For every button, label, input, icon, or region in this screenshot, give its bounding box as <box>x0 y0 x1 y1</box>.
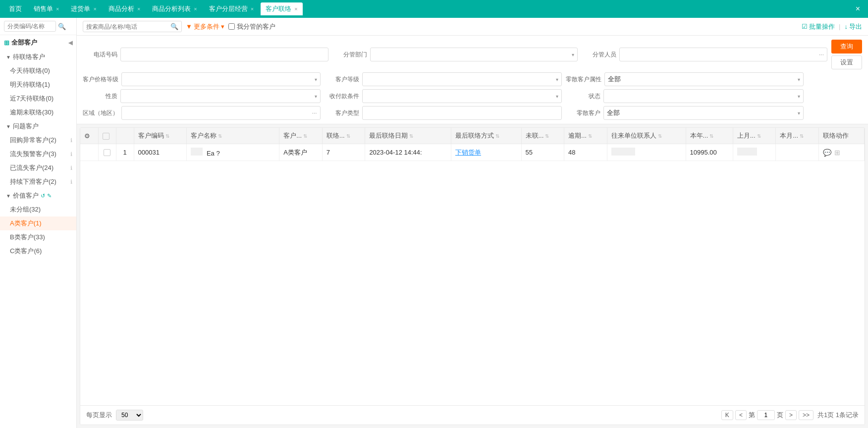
top-close-button[interactable]: × <box>852 4 864 13</box>
close-icon[interactable]: × <box>137 6 140 12</box>
sidebar-item-tomorrow[interactable]: 明天待联络(1) <box>0 78 76 92</box>
search-input[interactable] <box>86 23 170 30</box>
td-last-method[interactable]: 下销货单 <box>451 144 521 161</box>
sidebar-item-class-c[interactable]: C类客户(6) <box>0 244 76 258</box>
scroll-area[interactable]: ⚙ 客户编码 ⇅ <box>80 128 865 405</box>
sidebar-search-button[interactable]: 🔍 <box>58 23 66 30</box>
filter-label-phone: 电话号码 <box>83 51 117 59</box>
filter-row-2: 客户价格等级 ▾ 客户等级 ▾ 零散客户属性 <box>83 72 862 86</box>
page-number-input[interactable] <box>757 410 775 420</box>
sidebar-item-class-b[interactable]: B类客户(33) <box>0 230 76 244</box>
sidebar-group-value[interactable]: ▼ 价值客户 ↺ ✎ <box>0 189 76 203</box>
filter-select-payment[interactable]: ▾ <box>362 89 562 103</box>
filter-label-nature: 性质 <box>83 92 117 101</box>
settings-button[interactable]: 设置 <box>831 55 862 69</box>
th-this-year[interactable]: 本年... ⇅ <box>686 128 733 144</box>
filter-input-customer-type[interactable] <box>362 106 562 120</box>
filter-select-retail[interactable]: 全部 ▾ <box>603 106 804 120</box>
th-this-month[interactable]: 本月... ⇅ <box>776 128 819 144</box>
close-icon[interactable]: × <box>194 6 197 12</box>
td-last-date: 2023-04-12 14:44: <box>365 144 451 161</box>
sidebar-item-7days[interactable]: 近7天待联络(0) <box>0 92 76 106</box>
filter-dept: 分管部门 ▾ <box>332 48 578 61</box>
th-unit-contact[interactable]: 往来单位联系人 ⇅ <box>607 128 686 144</box>
page-nav: K < 第 页 > >> <box>721 410 814 420</box>
filter-select-nature[interactable]: ▾ <box>120 89 321 103</box>
sidebar-item-ungrouped[interactable]: 未分组(32) <box>0 203 76 216</box>
nav-tab-analysis-list[interactable]: 商品分析列表 × <box>147 2 202 15</box>
message-icon[interactable]: 💬 <box>823 149 831 157</box>
sort-icon: ⇅ <box>588 133 592 139</box>
th-contact[interactable]: 联络... ⇅ <box>322 128 365 144</box>
filter-select-retail-attr[interactable]: 全部 ▾ <box>604 72 804 86</box>
th-last-method[interactable]: 最后联络方式 ⇅ <box>451 128 521 144</box>
nav-tab-purchase[interactable]: 进货单 × <box>66 2 101 15</box>
sidebar-search-input[interactable] <box>4 21 56 32</box>
th-gear[interactable]: ⚙ <box>80 128 98 144</box>
filter-select-price-grade[interactable]: ▾ <box>121 72 321 86</box>
page-size-select[interactable]: 50 100 <box>116 410 143 421</box>
filter-select-region[interactable]: ··· <box>121 106 321 120</box>
row-checkbox[interactable] <box>104 149 110 156</box>
td-unit-contact <box>607 144 686 161</box>
table-header-row: ⚙ 客户编码 ⇅ <box>80 128 865 144</box>
sidebar-item-churn-warning[interactable]: 流失预警客户(3) ℹ <box>0 147 76 161</box>
search-icon[interactable]: 🔍 <box>170 23 178 30</box>
export-button[interactable]: ↓ 导出 <box>845 22 863 31</box>
filter-select-status[interactable]: ▾ <box>603 89 804 103</box>
last-method-link[interactable]: 下销货单 <box>455 149 481 156</box>
close-icon[interactable]: × <box>56 6 59 12</box>
filter-select-dept[interactable]: ▾ <box>370 48 578 61</box>
batch-op-button[interactable]: ☑ 批量操作 <box>802 22 835 31</box>
filter-more-button[interactable]: ▼ 更多条件 ▾ <box>186 22 224 31</box>
th-code[interactable]: 客户编码 ⇅ <box>134 128 187 144</box>
arrow-icon: ▼ <box>6 193 11 199</box>
sort-icon: ⇅ <box>800 133 804 139</box>
filter-customer-type: 客户类型 <box>325 106 562 120</box>
th-last-date[interactable]: 最后联络日期 ⇅ <box>365 128 451 144</box>
th-level[interactable]: 客户... ⇅ <box>279 128 323 144</box>
filter-input-phone[interactable] <box>120 48 328 61</box>
search-bar: 🔍 ▼ 更多条件 ▾ 我分管的客户 ☑ 批量操作 | ↓ <box>77 18 868 36</box>
filter-select-manager[interactable]: ··· <box>619 48 827 61</box>
nav-tab-analysis[interactable]: 商品分析 × <box>104 2 145 15</box>
nav-tab-customer-contact[interactable]: 客户联络 × <box>261 2 302 15</box>
sidebar-group-pending[interactable]: ▼ 待联络客户 <box>0 50 76 64</box>
nav-tab-sales[interactable]: 销售单 × <box>29 2 64 15</box>
sidebar-group-problem[interactable]: ▼ 问题客户 <box>0 119 76 133</box>
next-page-button[interactable]: > <box>785 410 797 420</box>
filter-label-retail: 零散客户 <box>566 109 600 117</box>
th-last-month[interactable]: 上月... ⇅ <box>733 128 776 144</box>
filter-icon: ▼ <box>186 23 192 30</box>
last-page-button[interactable]: >> <box>799 410 814 420</box>
th-overdue[interactable]: 逾期... ⇅ <box>564 128 607 144</box>
my-customer-checkbox-label[interactable]: 我分管的客户 <box>228 22 275 31</box>
refresh-icon[interactable]: ↺ <box>41 193 45 199</box>
select-all-checkbox[interactable] <box>103 133 109 140</box>
th-not-contact[interactable]: 未联... ⇅ <box>521 128 564 144</box>
close-icon[interactable]: × <box>93 6 96 12</box>
sidebar-item-overdue[interactable]: 逾期未联络(30) <box>0 106 76 119</box>
sidebar-item-declining[interactable]: 持续下滑客户(2) ℹ <box>0 175 76 189</box>
query-button[interactable]: 查询 <box>831 40 862 54</box>
filter-select-customer-grade[interactable]: ▾ <box>362 72 562 86</box>
close-icon[interactable]: × <box>251 6 254 12</box>
filter-region: 区域（地区） ··· <box>83 106 321 120</box>
th-name[interactable]: 客户名称 ⇅ <box>187 128 279 144</box>
nav-tab-customer-tier[interactable]: 客户分层经营 × <box>204 2 259 15</box>
nav-home[interactable]: 首页 <box>4 2 27 15</box>
prev-page-button[interactable]: < <box>735 410 747 420</box>
sidebar-item-today[interactable]: 今天待联络(0) <box>0 64 76 78</box>
close-icon[interactable]: × <box>294 6 297 12</box>
sidebar-item-churned[interactable]: 已流失客户(24) ℹ <box>0 161 76 175</box>
pagination: 每页显示 50 100 K < 第 页 > >> 共 <box>80 405 865 425</box>
edit-icon[interactable]: ✎ <box>47 193 52 199</box>
batch-icon: ☑ <box>802 23 808 30</box>
first-page-button[interactable]: K <box>721 410 733 420</box>
sidebar-item-repurchase[interactable]: 回购异常客户(2) ℹ <box>0 133 76 147</box>
sidebar-all-customers[interactable]: ⊞ 全部客户 ◀ <box>0 35 76 50</box>
table-container: ⚙ 客户编码 ⇅ <box>80 127 865 425</box>
qr-icon[interactable]: ⊞ <box>834 149 840 157</box>
sidebar-item-class-a[interactable]: A类客户(1) <box>0 216 76 230</box>
my-customer-checkbox[interactable] <box>228 23 235 30</box>
